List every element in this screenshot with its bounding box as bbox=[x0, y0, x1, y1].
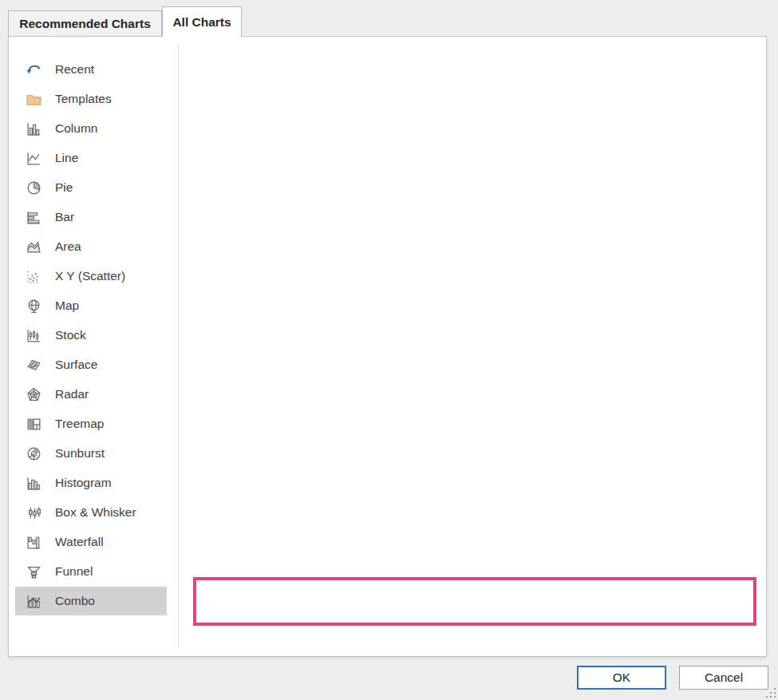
sidebar-item-label: Combo bbox=[55, 594, 95, 608]
sidebar-item-sunburst[interactable]: Sunburst bbox=[15, 439, 167, 468]
sidebar-item-label: X Y (Scatter) bbox=[55, 269, 125, 283]
sidebar-item-label: Stock bbox=[55, 328, 86, 342]
recent-icon bbox=[25, 61, 42, 78]
sidebar-item-label: Radar bbox=[55, 387, 89, 401]
sidebar-item-label: Surface bbox=[55, 358, 97, 372]
sidebar-item-waterfall[interactable]: Waterfall bbox=[15, 528, 167, 556]
sidebar-item-area[interactable]: Area bbox=[15, 232, 167, 261]
templates-icon bbox=[25, 90, 42, 108]
sidebar-item-label: Treemap bbox=[55, 417, 104, 431]
chart-type-sidebar: Recent Templates Column Line Pie Bar bbox=[9, 45, 179, 648]
pie-chart-icon bbox=[25, 179, 42, 196]
ok-button[interactable]: OK bbox=[577, 666, 666, 690]
sidebar-item-line[interactable]: Line bbox=[15, 144, 167, 172]
sidebar-item-funnel[interactable]: Funnel bbox=[15, 557, 167, 586]
sidebar-item-column[interactable]: Column bbox=[15, 114, 167, 143]
sidebar-item-label: Map bbox=[55, 299, 79, 313]
sidebar-item-histogram[interactable]: Histogram bbox=[15, 469, 167, 497]
sidebar-item-combo[interactable]: Combo bbox=[15, 587, 167, 615]
stock-chart-icon bbox=[25, 326, 42, 344]
sidebar-item-bar[interactable]: Bar bbox=[15, 203, 167, 231]
funnel-chart-icon bbox=[25, 563, 42, 580]
scatter-chart-icon bbox=[25, 267, 42, 285]
combo-chart-icon bbox=[25, 592, 42, 610]
sidebar-item-label: Area bbox=[55, 239, 81, 254]
sidebar-item-box-whisker[interactable]: Box & Whisker bbox=[15, 498, 167, 527]
radar-chart-icon bbox=[25, 386, 42, 403]
sidebar-item-pie[interactable]: Pie bbox=[15, 173, 167, 202]
sidebar-item-treemap[interactable]: Treemap bbox=[15, 409, 167, 438]
treemap-chart-icon bbox=[25, 415, 42, 433]
histogram-chart-icon bbox=[25, 474, 42, 492]
cancel-label: Cancel bbox=[705, 670, 743, 685]
sidebar-item-label: Line bbox=[55, 151, 78, 165]
sidebar-item-label: Sunburst bbox=[55, 446, 105, 461]
sunburst-chart-icon bbox=[25, 445, 42, 462]
sidebar-item-label: Column bbox=[55, 121, 97, 136]
sidebar-item-map[interactable]: Map bbox=[15, 291, 167, 320]
sidebar-item-label: Bar bbox=[55, 210, 74, 224]
sidebar-item-recent[interactable]: Recent bbox=[15, 55, 167, 84]
tab-recommended-charts[interactable]: Recommended Charts bbox=[8, 10, 162, 37]
sidebar-item-label: Box & Whisker bbox=[55, 505, 136, 520]
box-whisker-chart-icon bbox=[25, 504, 42, 521]
tab-label: Recommended Charts bbox=[19, 17, 151, 31]
sidebar-item-label: Funnel bbox=[55, 564, 93, 579]
surface-chart-icon bbox=[25, 356, 42, 374]
waterfall-chart-icon bbox=[25, 533, 42, 551]
sidebar-item-radar[interactable]: Radar bbox=[15, 380, 167, 409]
area-chart-icon bbox=[25, 238, 42, 255]
sidebar-item-label: Histogram bbox=[55, 476, 112, 490]
sidebar-item-xy-scatter[interactable]: X Y (Scatter) bbox=[15, 262, 167, 291]
dialog-body: Recent Templates Column Line Pie Bar bbox=[8, 36, 767, 657]
ok-label: OK bbox=[613, 670, 630, 685]
tab-label: All Charts bbox=[172, 15, 231, 30]
bar-chart-icon bbox=[25, 208, 42, 226]
sidebar-item-templates[interactable]: Templates bbox=[15, 85, 167, 113]
tab-all-charts[interactable]: All Charts bbox=[162, 6, 242, 37]
line-chart-icon bbox=[25, 149, 42, 167]
sidebar-item-label: Waterfall bbox=[55, 535, 104, 549]
column-chart-icon bbox=[25, 120, 42, 137]
sidebar-item-label: Recent bbox=[55, 62, 94, 77]
sidebar-item-label: Pie bbox=[55, 180, 73, 195]
insert-chart-dialog: Recommended Charts All Charts Recent Tem… bbox=[0, 0, 778, 700]
sidebar-item-surface[interactable]: Surface bbox=[15, 350, 167, 379]
sidebar-item-label: Templates bbox=[55, 92, 112, 106]
sidebar-item-stock[interactable]: Stock bbox=[15, 321, 167, 350]
cancel-button[interactable]: Cancel bbox=[679, 666, 768, 690]
map-chart-icon bbox=[25, 297, 42, 314]
